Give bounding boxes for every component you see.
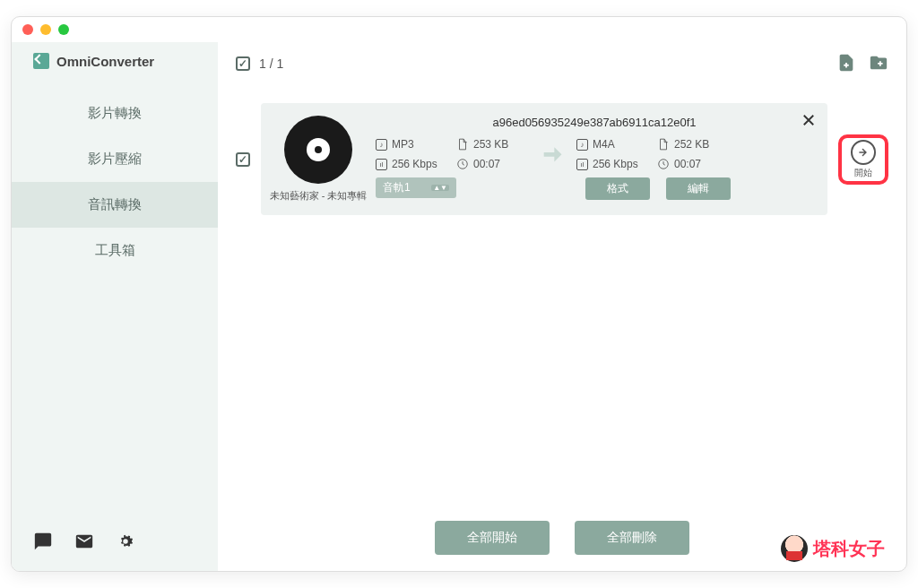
nav-video-convert[interactable]: 影片轉換	[12, 91, 218, 136]
close-window-button[interactable]	[22, 24, 33, 35]
arrow-icon	[537, 140, 567, 169]
item-checkbox[interactable]	[236, 152, 250, 167]
item-filename: a96ed056935249e387ab6911ca12e0f1	[376, 116, 813, 129]
app-brand: OmniConverter	[12, 42, 218, 83]
delete-all-button[interactable]: 全部刪除	[575, 521, 689, 555]
maximize-window-button[interactable]	[58, 24, 69, 35]
disc-icon	[284, 116, 352, 184]
target-format: ♪M4A	[576, 138, 648, 151]
source-format: ♪MP3	[376, 138, 447, 151]
footer: 全部開始 全部刪除 塔科女子	[236, 506, 888, 571]
start-all-button[interactable]: 全部開始	[435, 521, 550, 555]
track-select[interactable]: 音軌1▲▼	[376, 177, 456, 198]
add-file-icon[interactable]	[836, 53, 856, 75]
remove-item-button[interactable]	[801, 112, 817, 132]
item-artist-album: 未知藝術家 - 未知專輯	[270, 189, 368, 203]
add-folder-icon[interactable]	[869, 53, 888, 75]
source-duration: 00:07	[456, 158, 528, 170]
source-bitrate: ıl256 Kbps	[376, 158, 447, 170]
watermark-text: 塔科女子	[813, 537, 885, 561]
sidebar: OmniConverter 影片轉換 影片壓縮 音訊轉換 工具箱	[12, 42, 218, 571]
mail-icon[interactable]	[74, 532, 94, 555]
app-title: OmniConverter	[56, 54, 154, 69]
nav: 影片轉換 影片壓縮 音訊轉換 工具箱	[12, 91, 218, 273]
target-bitrate: ıl256 Kbps	[576, 158, 648, 170]
select-all-checkbox[interactable]	[236, 56, 250, 71]
sidebar-footer	[12, 515, 218, 571]
settings-icon[interactable]	[116, 532, 135, 555]
source-size: 253 KB	[456, 138, 528, 151]
format-button[interactable]: 格式	[585, 177, 650, 200]
item-details: a96ed056935249e387ab6911ca12e0f1 ♪MP3 ıl…	[376, 116, 813, 203]
titlebar	[12, 17, 906, 42]
app-window: OmniConverter 影片轉換 影片壓縮 音訊轉換 工具箱 1 / 1	[11, 16, 907, 572]
nav-toolbox[interactable]: 工具箱	[12, 228, 218, 273]
main-panel: 1 / 1 未知藝術家 - 未知專輯 a96ed056935249e387ab6…	[218, 42, 906, 571]
conversion-item: 未知藝術家 - 未知專輯 a96ed056935249e387ab6911ca1…	[236, 103, 888, 215]
edit-button[interactable]: 編輯	[666, 177, 731, 200]
nav-audio-convert[interactable]: 音訊轉換	[12, 182, 218, 228]
item-thumbnail: 未知藝術家 - 未知專輯	[275, 116, 361, 203]
selection-count: 1 / 1	[259, 56, 283, 71]
start-item-button[interactable]: 開始	[838, 134, 888, 185]
target-size: 252 KB	[657, 138, 729, 151]
item-card: 未知藝術家 - 未知專輯 a96ed056935249e387ab6911ca1…	[261, 103, 827, 215]
app-logo-icon	[33, 53, 49, 69]
feedback-icon[interactable]	[33, 532, 53, 555]
target-duration: 00:07	[657, 158, 729, 170]
nav-video-compress[interactable]: 影片壓縮	[12, 136, 218, 182]
start-label: 開始	[854, 167, 872, 179]
watermark: 塔科女子	[781, 535, 885, 562]
watermark-avatar-icon	[781, 535, 808, 562]
topbar: 1 / 1	[236, 42, 888, 85]
start-arrow-icon	[851, 140, 876, 165]
minimize-window-button[interactable]	[40, 24, 51, 35]
